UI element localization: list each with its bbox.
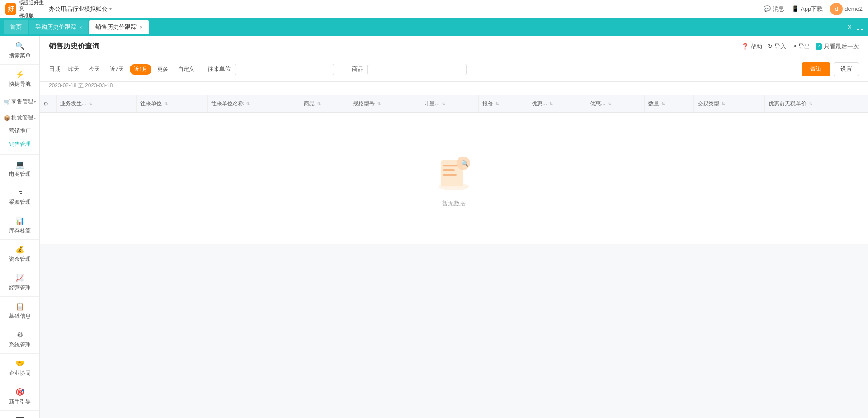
- table-col-settings[interactable]: ⚙: [40, 95, 56, 113]
- date-btn-yesterday[interactable]: 昨天: [64, 64, 83, 75]
- date-filter-group: 日期 昨天 今天 近7天 近1月 更多 自定义: [49, 64, 198, 75]
- help-icon: ❓: [741, 43, 749, 50]
- only-latest-checkbox[interactable]: ✓: [816, 43, 822, 50]
- svg-rect-2: [443, 165, 458, 166]
- table-col-discount1[interactable]: 优惠... ⇅: [528, 95, 586, 113]
- partner-filter-group: 往来单位 ...: [208, 64, 343, 75]
- export-button[interactable]: ↗ 导出: [792, 43, 810, 51]
- ecommerce-icon: 💻: [15, 160, 24, 169]
- date-btn-7days[interactable]: 近7天: [106, 64, 128, 75]
- user-avatar-area[interactable]: d demo2: [830, 3, 863, 15]
- date-buttons: 昨天 今天 近7天 近1月 更多 自定义: [64, 64, 198, 75]
- settings-icon[interactable]: ⚙: [43, 101, 48, 107]
- operation-icon: 📈: [15, 274, 24, 282]
- top-bar: 好 畅捷通好生意 标准版 办公用品行业模拟账套 ▾ 💬 消息 📱 App下载 d…: [0, 0, 868, 18]
- logo-area: 好 畅捷通好生意 标准版: [5, 0, 45, 19]
- date-btn-today[interactable]: 今天: [85, 64, 104, 75]
- filter-date-range-row: 2023-02-18 至 2023-03-18: [40, 82, 868, 95]
- tab-home[interactable]: 首页: [4, 20, 28, 34]
- enterprise-icon: 🤝: [15, 359, 24, 368]
- table-col-unit[interactable]: 计量... ⇅: [420, 95, 478, 113]
- sort-arrows-partner-code: ⇅: [164, 101, 168, 106]
- sidebar-item-retail[interactable]: 🛒 零售管理 ▾: [0, 93, 39, 109]
- product-label: 商品: [352, 65, 363, 73]
- sidebar-item-purchase[interactable]: 🛍 采购管理: [0, 183, 39, 211]
- avatar: d: [830, 3, 843, 15]
- sidebar-item-shortcut[interactable]: ⚡ 快捷导航: [0, 65, 39, 93]
- partner-input[interactable]: [235, 64, 334, 75]
- table-col-partner-code[interactable]: 往来单位 ⇅: [136, 95, 207, 113]
- sidebar-item-appstore[interactable]: 🔲 应用中心: [0, 411, 39, 418]
- partner-ellipsis-button[interactable]: ...: [338, 66, 343, 73]
- logo-icon: 好: [5, 3, 16, 15]
- sidebar-item-basic[interactable]: 📋 基础信息: [0, 297, 39, 325]
- table-col-quantity[interactable]: 数量 ⇅: [645, 95, 694, 113]
- only-latest-checkbox-label[interactable]: ✓ 只看最后一次: [816, 43, 859, 51]
- sort-arrows-product: ⇅: [317, 101, 321, 106]
- data-table: ⚙ 业务发生... ⇅ 往来单位 ⇅ 往来单位名称 ⇅: [40, 95, 868, 113]
- svg-rect-3: [443, 169, 455, 171]
- sidebar-item-operation[interactable]: 📈 经营管理: [0, 268, 39, 297]
- phone-icon: 📱: [792, 5, 799, 12]
- sidebar-item-ecommerce[interactable]: 💻 电商管理: [0, 155, 39, 183]
- table-container: ⚙ 业务发生... ⇅ 往来单位 ⇅ 往来单位名称 ⇅: [40, 95, 868, 244]
- empty-text: 暂无数据: [442, 200, 466, 208]
- product-input[interactable]: [367, 64, 467, 75]
- product-ellipsis-button[interactable]: ...: [470, 66, 475, 73]
- table-col-product[interactable]: 商品 ⇅: [300, 95, 349, 113]
- sidebar-item-wholesale[interactable]: 📦 批发管理 ▴ 营销推广 销售管理: [0, 109, 39, 155]
- empty-state: 🔍 暂无数据: [40, 113, 868, 244]
- retail-icon: 🛒: [4, 99, 10, 105]
- sidebar-item-inventory[interactable]: 📊 库存核算: [0, 211, 39, 240]
- partner-label: 往来单位: [208, 65, 231, 73]
- finance-icon: 💰: [15, 245, 24, 254]
- sidebar-item-finance[interactable]: 💰 资金管理: [0, 240, 39, 268]
- sidebar-item-search[interactable]: 🔍 搜索菜单: [0, 36, 39, 65]
- message-icon: 💬: [764, 5, 771, 12]
- main-layout: 🔍 搜索菜单 ⚡ 快捷导航 🛒 零售管理 ▾ 📦 批发管理 ▴ 营销推广: [0, 36, 868, 418]
- table-col-spec[interactable]: 规格型号 ⇅: [349, 95, 420, 113]
- sort-arrows-discount1: ⇅: [549, 101, 553, 106]
- tab-purchase-history[interactable]: 采购历史价跟踪 ×: [29, 20, 88, 34]
- table-col-quoted-price[interactable]: 报价 ⇅: [479, 95, 528, 113]
- table-col-biz-date[interactable]: 业务发生... ⇅: [56, 95, 136, 113]
- tab-home-label: 首页: [10, 23, 22, 31]
- content-area: 销售历史价查询 ❓ 帮助 ↻ 导入 ↗ 导出 ✓ 只看最后一次: [40, 36, 868, 418]
- sidebar-sub-marketing[interactable]: 营销推广: [2, 124, 38, 138]
- tab-purchase-label: 采购历史价跟踪: [35, 23, 76, 31]
- app-download-button[interactable]: 📱 App下载: [792, 5, 823, 13]
- page-header: 销售历史价查询 ❓ 帮助 ↻ 导入 ↗ 导出 ✓ 只看最后一次: [40, 36, 868, 57]
- table-col-trade-type[interactable]: 交易类型 ⇅: [694, 95, 765, 113]
- date-btn-more[interactable]: 更多: [153, 64, 172, 75]
- retail-expand-icon: ▾: [34, 100, 36, 104]
- close-sales-tab-button[interactable]: ×: [139, 24, 142, 30]
- table-col-partner-name[interactable]: 往来单位名称 ⇅: [207, 95, 300, 113]
- tab-sales-history[interactable]: 销售历史价跟踪 ×: [89, 20, 148, 34]
- sidebar-item-newbie[interactable]: 🎯 新手引导: [0, 382, 39, 411]
- sidebar-item-enterprise[interactable]: 🤝 企业协同: [0, 354, 39, 382]
- setting-button[interactable]: 设置: [834, 62, 859, 76]
- message-button[interactable]: 💬 消息: [764, 5, 784, 13]
- query-button[interactable]: 查询: [802, 62, 830, 76]
- table-col-price-notax[interactable]: 优惠前无税单价 ⇅: [765, 95, 868, 113]
- date-label: 日期: [49, 65, 61, 73]
- sidebar-item-system[interactable]: ⚙ 系统管理: [0, 325, 39, 354]
- basic-icon: 📋: [15, 302, 24, 311]
- table-head: ⚙ 业务发生... ⇅ 往来单位 ⇅ 往来单位名称 ⇅: [40, 95, 868, 113]
- close-purchase-tab-button[interactable]: ×: [79, 24, 82, 30]
- fullscreen-button[interactable]: ⛶: [856, 23, 863, 31]
- import-button[interactable]: ↻ 导入: [768, 43, 786, 51]
- table-col-discount2[interactable]: 优惠... ⇅: [586, 95, 645, 113]
- table-header-row: ⚙ 业务发生... ⇅ 往来单位 ⇅ 往来单位名称 ⇅: [40, 95, 868, 113]
- date-btn-1month[interactable]: 近1月: [130, 64, 152, 75]
- sort-arrows-quoted-price: ⇅: [495, 101, 499, 106]
- help-button[interactable]: ❓ 帮助: [741, 43, 762, 51]
- workspace-area: 办公用品行业模拟账套 ▾: [49, 5, 760, 13]
- wholesale-icon: 📦: [4, 115, 10, 121]
- date-btn-custom[interactable]: 自定义: [174, 64, 198, 75]
- workspace-selector[interactable]: 办公用品行业模拟账套 ▾: [49, 5, 112, 13]
- sidebar-sub-sales-mgmt[interactable]: 销售管理: [2, 138, 38, 151]
- appstore-icon: 🔲: [15, 416, 24, 418]
- empty-image: 🔍: [431, 149, 476, 194]
- close-all-tabs-button[interactable]: ×: [848, 23, 852, 31]
